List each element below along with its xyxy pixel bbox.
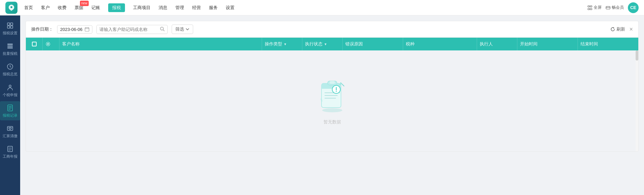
nav-bookkeeping[interactable]: 记账 — [91, 3, 100, 12]
th-client-name: 客户名称 — [59, 38, 262, 50]
sidebar-item-tax-settings[interactable]: 报税设置 — [0, 19, 20, 38]
scroll-thumb[interactable] — [636, 50, 638, 61]
svg-rect-2 — [590, 6, 592, 7]
nav-settings[interactable]: 设置 — [226, 3, 234, 12]
svg-rect-27 — [85, 28, 89, 31]
sidebar: 报税设置 批量报税 报税总览 — [0, 15, 20, 195]
refresh-button[interactable]: 刷新 — [610, 26, 625, 32]
calendar-icon — [85, 27, 89, 32]
search-box — [96, 25, 168, 34]
search-button[interactable] — [157, 25, 167, 34]
th-exec-status[interactable]: 执行状态 ▼ — [302, 38, 343, 50]
search-icon — [160, 27, 165, 31]
svg-rect-13 — [7, 47, 13, 48]
filter-bar: 操作日期： 2023-06-06 — [26, 21, 638, 38]
svg-rect-20 — [7, 126, 13, 130]
annual-report-icon — [6, 145, 14, 153]
member-button[interactable]: 畅会员 — [606, 5, 624, 10]
main-layout: 报税设置 批量报税 报税总览 — [0, 15, 644, 195]
svg-point-34 — [322, 108, 342, 112]
empty-text: 暂无数据 — [324, 119, 341, 125]
nav-home[interactable]: 首页 — [24, 3, 33, 12]
tax-record-icon — [6, 104, 14, 112]
svg-rect-12 — [7, 46, 13, 47]
nav-client[interactable]: 客户 — [41, 3, 50, 12]
top-nav-right: 全屏 畅会员 CE — [588, 2, 639, 13]
personal-tax-icon — [6, 83, 14, 91]
tax-settings-icon — [6, 22, 14, 30]
scrollbar[interactable] — [636, 50, 638, 151]
tax-summary-icon — [6, 63, 14, 71]
nav-items: 首页 客户 收费 票据 new 记账 报税 工商项目 消息 管理 经营 服务 设… — [24, 3, 588, 12]
nav-business[interactable]: 工商项目 — [133, 3, 151, 12]
th-error-reason: 错误原因 — [343, 38, 403, 50]
empty-state: 暂无数据 — [26, 50, 638, 151]
th-executor: 执行人 — [477, 38, 517, 50]
svg-rect-3 — [588, 8, 590, 10]
svg-rect-8 — [10, 23, 13, 25]
refresh-label: 刷新 — [616, 26, 625, 32]
svg-rect-7 — [7, 23, 10, 25]
svg-line-32 — [163, 30, 164, 31]
app-logo[interactable] — [5, 2, 17, 14]
batch-tax-icon — [6, 42, 14, 50]
search-input[interactable] — [97, 26, 157, 33]
empty-illustration — [315, 77, 349, 114]
nav-invoice[interactable]: 票据 new — [75, 3, 83, 12]
sidebar-item-settlement[interactable]: 汇算清缴 — [0, 122, 20, 141]
svg-rect-11 — [7, 44, 13, 45]
th-end-time: 结束时间 — [578, 38, 638, 50]
user-avatar[interactable]: CE — [628, 2, 639, 13]
op-type-sort-icon: ▼ — [284, 42, 287, 46]
main-card: 操作日期： 2023-06-06 — [26, 21, 639, 152]
table-header: 客户名称 操作类型 ▼ 执行状态 ▼ 错误原因 税种 执行人 — [26, 38, 638, 50]
sidebar-item-tax-record[interactable]: 报税记录 — [0, 101, 20, 120]
nav-operation[interactable]: 经营 — [192, 3, 201, 12]
svg-point-45 — [336, 91, 337, 92]
date-label: 操作日期： — [31, 26, 53, 32]
nav-service[interactable]: 服务 — [209, 3, 218, 12]
content-area: 操作日期： 2023-06-06 — [20, 15, 644, 195]
exec-status-sort-icon: ▼ — [324, 42, 327, 46]
table-settings-icon[interactable] — [45, 41, 51, 47]
svg-rect-4 — [590, 8, 592, 10]
sidebar-item-batch-tax[interactable]: 批量报税 — [0, 39, 20, 58]
nav-tax[interactable]: 报税 — [108, 3, 125, 12]
svg-rect-1 — [588, 6, 590, 7]
table-body: 暂无数据 — [26, 50, 638, 151]
th-start-time: 开始时间 — [517, 38, 578, 50]
svg-point-15 — [9, 85, 11, 87]
th-tax-type: 税种 — [403, 38, 477, 50]
close-button[interactable]: × — [629, 26, 633, 32]
svg-point-33 — [47, 43, 49, 45]
sidebar-item-annual-report[interactable]: 工商年报 — [0, 142, 20, 161]
right-actions: 刷新 × — [610, 26, 633, 32]
sidebar-item-tax-summary[interactable]: 报税总览 — [0, 60, 20, 79]
svg-rect-39 — [330, 81, 335, 84]
top-navigation: 首页 客户 收费 票据 new 记账 报税 工商项目 消息 管理 经营 服务 设… — [0, 0, 644, 15]
svg-rect-9 — [7, 26, 10, 28]
th-settings — [43, 38, 59, 50]
date-value: 2023-06-06 — [60, 27, 83, 32]
th-op-type[interactable]: 操作类型 ▼ — [262, 38, 302, 50]
date-picker[interactable]: 2023-06-06 — [57, 25, 92, 34]
nav-message[interactable]: 消息 — [159, 3, 167, 12]
nav-billing[interactable]: 收费 — [58, 3, 67, 12]
chevron-down-icon — [185, 27, 189, 31]
new-badge: new — [80, 1, 89, 6]
nav-manage[interactable]: 管理 — [175, 3, 184, 12]
svg-point-0 — [10, 6, 12, 8]
th-checkbox — [26, 38, 43, 50]
fullscreen-button[interactable]: 全屏 — [588, 5, 602, 10]
settlement-icon — [6, 124, 14, 132]
filter-button[interactable]: 筛选 — [172, 25, 193, 34]
select-all-checkbox[interactable] — [32, 42, 37, 46]
sidebar-item-personal-tax[interactable]: 个税申报 — [0, 81, 20, 100]
refresh-icon — [610, 27, 615, 32]
svg-rect-10 — [10, 26, 13, 28]
svg-rect-5 — [606, 6, 610, 9]
